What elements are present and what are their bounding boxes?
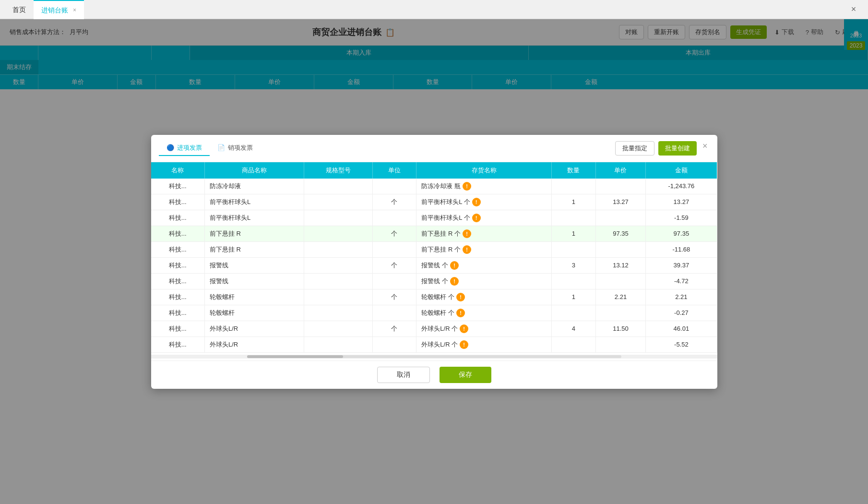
cell-amount: 13.27	[646, 194, 717, 210]
batch-create-button[interactable]: 批量创建	[658, 141, 697, 156]
cell-spec	[304, 289, 372, 305]
window-close-button[interactable]: ×	[844, 0, 863, 19]
cell-company: 科技...	[151, 194, 205, 210]
cell-amount: -1.59	[646, 210, 717, 226]
cell-product: 报警线	[204, 273, 304, 289]
cell-unit: 个	[372, 257, 416, 273]
cell-product: 前平衡杆球头L	[204, 210, 304, 226]
modal-header-actions: 批量指定 批量创建 ×	[615, 141, 710, 156]
modal-header: 🔵 进项发票 📄 销项发票 批量指定 批量创建 ×	[151, 135, 717, 162]
cell-unit	[372, 210, 416, 226]
table-row: 科技...防冻冷却液防冻冷却液 瓶!-1,243.76	[151, 179, 717, 194]
cell-unit: 个	[372, 194, 416, 210]
cell-spec	[304, 179, 372, 194]
cell-product: 前平衡杆球头L	[204, 194, 304, 210]
invoice-table: 名称 商品名称 规格型号 单位 存货名称 数量 单价 金额 科技...防冻冷却液…	[151, 162, 717, 353]
warning-icon: !	[456, 293, 465, 301]
cell-amount: 97.35	[646, 226, 717, 241]
batch-assign-button[interactable]: 批量指定	[615, 141, 654, 156]
cell-unit: 个	[372, 289, 416, 305]
cell-company: 科技...	[151, 226, 205, 241]
tab-bar: 首页 进销台账 × ×	[0, 0, 868, 19]
cell-qty	[552, 305, 596, 321]
cell-company: 科技...	[151, 257, 205, 273]
cell-inventory: 防冻冷却液 瓶!	[416, 179, 552, 194]
th-spec: 规格型号	[304, 162, 372, 179]
table-row: 科技...外球头L/R外球头L/R 个!-5.52	[151, 336, 717, 352]
table-row: 科技...报警线个报警线 个!313.1239.37	[151, 257, 717, 273]
cell-company: 科技...	[151, 179, 205, 194]
warning-icon: !	[463, 229, 471, 238]
th-product: 商品名称	[204, 162, 304, 179]
cell-price: 13.27	[595, 194, 645, 210]
cancel-button[interactable]: 取消	[377, 367, 430, 383]
warning-icon: !	[463, 245, 471, 254]
warning-icon: !	[472, 198, 481, 206]
table-row: 科技...前下悬挂 R前下悬挂 R 个!-11.68	[151, 241, 717, 257]
cell-product: 外球头L/R	[204, 336, 304, 352]
tab-inbound-invoice[interactable]: 🔵 进项发票	[159, 141, 210, 156]
th-inventory: 存货名称	[416, 162, 552, 179]
cell-unit: 个	[372, 226, 416, 241]
th-price: 单价	[595, 162, 645, 179]
cell-qty: 3	[552, 257, 596, 273]
cell-price: 97.35	[595, 226, 645, 241]
cell-price	[595, 305, 645, 321]
table-row: 科技...前平衡杆球头L个前平衡杆球头L 个!113.2713.27	[151, 194, 717, 210]
cell-company: 科技...	[151, 321, 205, 336]
cell-inventory: 外球头L/R 个!	[416, 321, 552, 336]
cell-price: 11.50	[595, 321, 645, 336]
cell-price	[595, 179, 645, 194]
th-unit: 单位	[372, 162, 416, 179]
cell-amount: -1,243.76	[646, 179, 717, 194]
warning-icon: !	[472, 214, 481, 222]
cell-inventory: 前下悬挂 R 个!	[416, 226, 552, 241]
table-row: 科技...前下悬挂 R个前下悬挂 R 个!197.3597.35	[151, 226, 717, 241]
cell-product: 前下悬挂 R	[204, 241, 304, 257]
modal-overlay: 🔵 进项发票 📄 销项发票 批量指定 批量创建 ×	[0, 19, 868, 504]
cell-amount: -4.72	[646, 273, 717, 289]
cell-spec	[304, 321, 372, 336]
inbound-tab-icon: 🔵	[166, 144, 174, 151]
warning-icon: !	[456, 309, 465, 317]
cell-spec	[304, 257, 372, 273]
cell-product: 轮毂螺杆	[204, 289, 304, 305]
save-button[interactable]: 保存	[440, 367, 491, 383]
tab-close-icon[interactable]: ×	[73, 0, 76, 20]
warning-icon: !	[463, 182, 471, 191]
cell-qty: 1	[552, 226, 596, 241]
cell-company: 科技...	[151, 210, 205, 226]
warning-icon: !	[450, 261, 459, 270]
cell-amount: 46.01	[646, 321, 717, 336]
cell-qty	[552, 179, 596, 194]
cell-price: 2.21	[595, 289, 645, 305]
table-row: 科技...前平衡杆球头L前平衡杆球头L 个!-1.59	[151, 210, 717, 226]
warning-icon: !	[460, 340, 468, 349]
cell-unit	[372, 241, 416, 257]
table-row: 科技...报警线报警线 个!-4.72	[151, 273, 717, 289]
scroll-track	[247, 355, 621, 358]
modal-close-button[interactable]: ×	[701, 141, 710, 156]
cell-product: 防冻冷却液	[204, 179, 304, 194]
cell-unit: 个	[372, 321, 416, 336]
cell-spec	[304, 273, 372, 289]
cell-spec	[304, 210, 372, 226]
cell-price	[595, 273, 645, 289]
scroll-thumb	[247, 355, 343, 358]
cell-spec	[304, 336, 372, 352]
cell-qty	[552, 210, 596, 226]
cell-unit	[372, 305, 416, 321]
modal-footer: 取消 保存	[151, 360, 717, 389]
tab-active[interactable]: 进销台账 ×	[34, 0, 84, 19]
cell-qty: 1	[552, 194, 596, 210]
tab-home[interactable]: 首页	[5, 0, 34, 19]
tab-outbound-invoice[interactable]: 📄 销项发票	[210, 141, 261, 156]
cell-amount: 39.37	[646, 257, 717, 273]
cell-unit	[372, 273, 416, 289]
outbound-tab-icon: 📄	[217, 144, 225, 151]
cell-price	[595, 210, 645, 226]
cell-price	[595, 241, 645, 257]
cell-company: 科技...	[151, 241, 205, 257]
horizontal-scrollbar[interactable]	[151, 355, 717, 359]
cell-product: 前下悬挂 R	[204, 226, 304, 241]
